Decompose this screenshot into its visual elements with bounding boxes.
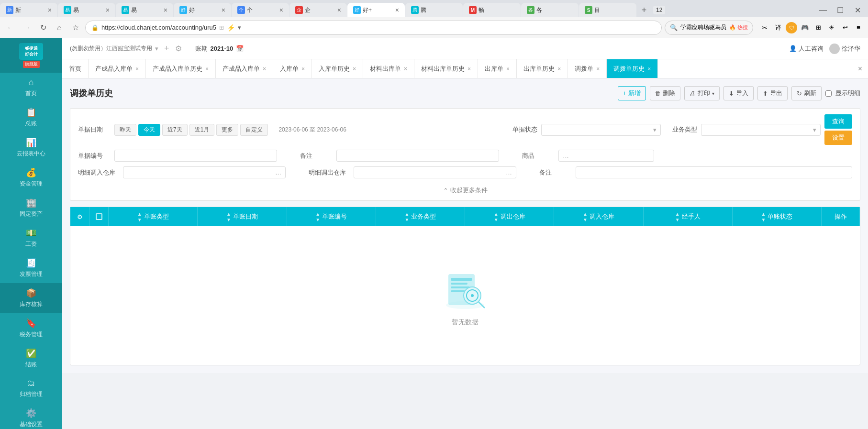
- address-bar[interactable]: 🔒 https://cloud.chanjet.com/accounting/u…: [85, 21, 662, 35]
- detail-out-dots[interactable]: …: [506, 169, 512, 176]
- sort-biz-type-icon[interactable]: ▲▼: [404, 211, 409, 222]
- biz-type-select[interactable]: ▾: [701, 124, 821, 136]
- new-button[interactable]: + 新增: [618, 86, 646, 100]
- sort-handler-icon[interactable]: ▲▼: [675, 211, 680, 222]
- sort-doc-date-icon[interactable]: ▲▼: [226, 211, 231, 222]
- address-dropdown-icon[interactable]: ⊞: [219, 24, 224, 31]
- delete-button[interactable]: 🗑删除: [650, 86, 680, 100]
- tab-outbound-history[interactable]: 出库单历史 ×: [517, 59, 568, 78]
- tab-product-inbound[interactable]: 产成品入库单 ×: [89, 59, 146, 78]
- tab-close-product-inbound[interactable]: ×: [135, 66, 139, 72]
- browser-tab-4[interactable]: 好 好 ×: [174, 3, 231, 17]
- tab-close-transfer[interactable]: ×: [596, 66, 600, 72]
- tab-close-4[interactable]: ×: [222, 6, 225, 14]
- th-gear[interactable]: ⚙: [70, 207, 89, 226]
- detail-out-warehouse[interactable]: …: [354, 166, 516, 178]
- search-bar[interactable]: 🔍 学霸应聘场驱鸟员 🔥 热搜: [665, 21, 753, 35]
- date-btn-custom[interactable]: 自定义: [240, 124, 268, 136]
- date-btn-yesterday[interactable]: 昨天: [114, 124, 136, 136]
- tab-transfer[interactable]: 调拨单 ×: [568, 59, 607, 78]
- tabbar-close-all[interactable]: ×: [852, 65, 868, 73]
- user-service-button[interactable]: 👤 人工咨询: [789, 44, 823, 53]
- tab-close-transfer-history[interactable]: ×: [647, 66, 651, 72]
- back-button[interactable]: ←: [4, 21, 17, 34]
- browser-tab-9[interactable]: M 畅: [463, 3, 521, 17]
- calendar-icon[interactable]: 📅: [236, 45, 244, 52]
- reload-button[interactable]: ↻: [36, 21, 50, 34]
- browser-tab-5[interactable]: 个 个 ×: [232, 3, 289, 17]
- sidebar-logo[interactable]: 畅捷通好会计 旗舰版: [0, 38, 62, 73]
- tab-inbound-history[interactable]: 入库单历史 ×: [312, 59, 363, 78]
- tab-close-7[interactable]: ×: [395, 6, 399, 14]
- tab-close-outbound[interactable]: ×: [506, 66, 510, 72]
- ext-sun-icon[interactable]: ☀: [826, 22, 837, 33]
- gear-settings-icon[interactable]: ⚙: [77, 213, 83, 220]
- tab-close-material-outbound[interactable]: ×: [404, 66, 407, 72]
- tab-close-inbound[interactable]: ×: [301, 66, 305, 72]
- tab-close-2[interactable]: ×: [106, 6, 110, 14]
- sidebar-item-inventory[interactable]: 📦 库存核算: [0, 283, 62, 313]
- tab-close-3[interactable]: ×: [164, 6, 167, 14]
- ext-translate-icon[interactable]: 译: [772, 22, 784, 33]
- show-full-toggle[interactable]: 显示明细: [825, 89, 860, 98]
- sort-doc-type-icon[interactable]: ▲▼: [137, 211, 142, 222]
- tab-inbound[interactable]: 入库单 ×: [273, 59, 312, 78]
- ext-shield-icon[interactable]: 🛡: [786, 22, 797, 33]
- notes2-input[interactable]: [576, 166, 852, 178]
- company-dropdown-icon[interactable]: ▾: [155, 45, 158, 52]
- print-dropdown-icon[interactable]: ▾: [712, 91, 714, 96]
- browser-tab-10[interactable]: 各 各: [521, 3, 579, 17]
- refresh-button[interactable]: ↻刷新: [791, 86, 822, 100]
- ext-undo-icon[interactable]: ↩: [839, 22, 851, 33]
- sidebar-item-home[interactable]: ⌂ 首页: [0, 73, 62, 102]
- tab-close-5[interactable]: ×: [279, 6, 283, 14]
- bookmark-button[interactable]: ☆: [69, 21, 82, 34]
- sidebar-item-assets[interactable]: 🏢 固定资产: [0, 193, 62, 223]
- date-btn-today[interactable]: 今天: [138, 124, 160, 136]
- add-company-button[interactable]: +: [164, 44, 169, 54]
- period-selector[interactable]: 账期 2021-10 📅: [195, 44, 244, 53]
- browser-tab-2[interactable]: 易 易 ×: [58, 3, 115, 17]
- tab-close-product-inbound2[interactable]: ×: [263, 66, 266, 72]
- sort-in-wh-icon[interactable]: ▲▼: [583, 211, 588, 222]
- th-out-warehouse[interactable]: ▲▼ 调出仓库: [465, 207, 554, 226]
- address-chevron-icon[interactable]: ▾: [238, 24, 241, 31]
- goods-input-dots[interactable]: …: [563, 152, 569, 159]
- tab-close-outbound-history[interactable]: ×: [557, 66, 561, 72]
- browser-tab-8[interactable]: 腾 腾: [405, 3, 463, 17]
- sidebar-item-reports[interactable]: 📊 云报表中心: [0, 132, 62, 163]
- sort-doc-num-icon[interactable]: ▲▼: [315, 211, 320, 222]
- browser-tab-3[interactable]: 易 易 ×: [116, 3, 173, 17]
- th-doc-type[interactable]: ▲▼ 单账类型: [109, 207, 198, 226]
- th-doc-num[interactable]: ▲▼ 单账编号: [287, 207, 376, 226]
- maximize-button[interactable]: ☐: [834, 3, 847, 17]
- minimize-button[interactable]: —: [816, 3, 830, 17]
- browser-tab-6[interactable]: 企 企 ×: [289, 3, 347, 17]
- sidebar-item-settings[interactable]: ⚙️ 基础设置: [0, 403, 62, 429]
- export-button[interactable]: ⬆导出: [757, 86, 788, 100]
- ext-scissors-icon[interactable]: ✂: [759, 22, 770, 33]
- th-biz-type[interactable]: ▲▼ 业务类型: [376, 207, 465, 226]
- th-in-warehouse[interactable]: ▲▼ 调入仓库: [554, 207, 643, 226]
- status-select[interactable]: ▾: [541, 124, 661, 136]
- new-tab-button[interactable]: +: [637, 3, 651, 17]
- show-full-checkbox[interactable]: [825, 90, 832, 97]
- user-profile-button[interactable]: 徐泽华: [829, 44, 860, 54]
- tab-close-product-inbound-history[interactable]: ×: [205, 66, 209, 72]
- sort-out-wh-icon[interactable]: ▲▼: [494, 211, 499, 222]
- close-window-button[interactable]: ✕: [851, 3, 864, 17]
- filter-settings-button[interactable]: 设置: [824, 131, 852, 145]
- date-btn-1month[interactable]: 近1月: [189, 124, 215, 136]
- tab-outbound[interactable]: 出库单 ×: [478, 59, 517, 78]
- notes-input[interactable]: [336, 150, 499, 162]
- sidebar-item-ledger[interactable]: 📋 总账: [0, 102, 62, 132]
- date-btn-7days[interactable]: 近7天: [162, 124, 188, 136]
- sidebar-item-close[interactable]: ✅ 结账: [0, 343, 62, 374]
- tab-product-inbound-history[interactable]: 产成品入库单历史 ×: [146, 59, 216, 78]
- ext-menu-icon[interactable]: ≡: [853, 22, 864, 33]
- import-button[interactable]: ⬇导入: [723, 86, 754, 100]
- date-btn-more[interactable]: 更多: [216, 124, 238, 136]
- detail-in-warehouse[interactable]: …: [123, 166, 286, 178]
- tab-material-outbound-history[interactable]: 材料出库单历史 ×: [414, 59, 478, 78]
- tab-product-inbound2[interactable]: 产成品入库单 ×: [216, 59, 273, 78]
